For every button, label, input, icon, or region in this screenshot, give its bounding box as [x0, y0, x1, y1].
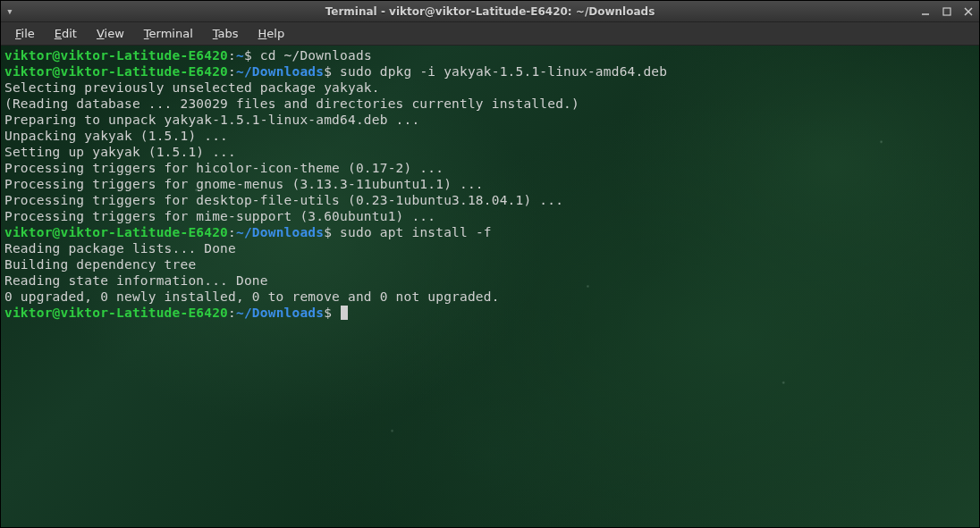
prompt-colon: : [228, 225, 236, 239]
menu-terminal[interactable]: Terminal [135, 24, 202, 43]
command-text [332, 306, 340, 320]
prompt-colon: : [228, 48, 236, 63]
terminal-output: Processing triggers for mime-support (3.… [4, 208, 976, 224]
terminal-output: Setting up yakyak (1.5.1) ... [4, 144, 976, 160]
prompt-user-host: viktor@viktor-Latitude-E6420 [4, 225, 228, 239]
terminal-output: Processing triggers for desktop-file-uti… [4, 192, 976, 208]
prompt-path: ~/Downloads [236, 306, 324, 320]
prompt-user-host: viktor@viktor-Latitude-E6420 [4, 64, 228, 79]
prompt-path: ~ [236, 48, 244, 63]
window-controls [918, 1, 976, 21]
terminal-output: Preparing to unpack yakyak-1.5.1-linux-a… [4, 112, 976, 128]
terminal-output: Reading state information... Done [4, 272, 976, 289]
prompt-colon: : [228, 64, 236, 79]
window-menu-icon[interactable]: ▾ [6, 1, 13, 21]
terminal-output: Processing triggers for gnome-menus (3.1… [4, 176, 976, 192]
minimize-button[interactable] [918, 4, 933, 19]
prompt-path: ~/Downloads [236, 225, 324, 239]
command-text: sudo apt install -f [332, 225, 492, 239]
svg-rect-1 [943, 8, 950, 15]
terminal-output: Building dependency tree [4, 256, 976, 272]
menu-edit[interactable]: Edit [46, 24, 86, 43]
terminal-area[interactable]: viktor@viktor-Latitude-E6420:~$ cd ~/Dow… [1, 46, 979, 527]
terminal-output: Processing triggers for hicolor-icon-the… [4, 160, 976, 176]
terminal-line: viktor@viktor-Latitude-E6420:~/Downloads… [4, 305, 976, 321]
prompt-path: ~/Downloads [236, 64, 324, 79]
command-text: sudo dpkg -i yakyak-1.5.1-linux-amd64.de… [332, 64, 667, 79]
prompt-user-host: viktor@viktor-Latitude-E6420 [4, 48, 228, 63]
command-text: cd ~/Downloads [252, 48, 372, 63]
window-title: Terminal - viktor@viktor-Latitude-E6420:… [325, 5, 655, 18]
terminal-line: viktor@viktor-Latitude-E6420:~$ cd ~/Dow… [4, 47, 976, 63]
terminal-line: viktor@viktor-Latitude-E6420:~/Downloads… [4, 224, 976, 240]
prompt-dollar: $ [324, 306, 332, 320]
menu-help[interactable]: Help [249, 24, 294, 43]
titlebar[interactable]: ▾ Terminal - viktor@viktor-Latitude-E642… [1, 1, 979, 22]
terminal-output: (Reading database ... 230029 files and d… [4, 96, 976, 112]
terminal-line: viktor@viktor-Latitude-E6420:~/Downloads… [4, 63, 976, 80]
terminal-output: Reading package lists... Done [4, 240, 976, 256]
cursor [341, 306, 348, 320]
terminal-output: Selecting previously unselected package … [4, 80, 976, 96]
menubar: File Edit View Terminal Tabs Help [1, 22, 979, 46]
menu-tabs[interactable]: Tabs [204, 24, 248, 43]
menu-view[interactable]: View [88, 24, 133, 43]
menu-file[interactable]: File [6, 24, 44, 43]
maximize-button[interactable] [940, 4, 954, 19]
terminal-window: ▾ Terminal - viktor@viktor-Latitude-E642… [0, 0, 980, 528]
prompt-dollar: $ [244, 48, 252, 63]
terminal-output: Unpacking yakyak (1.5.1) ... [4, 128, 976, 144]
prompt-dollar: $ [324, 64, 332, 79]
terminal-output: 0 upgraded, 0 newly installed, 0 to remo… [4, 289, 976, 305]
prompt-colon: : [228, 306, 236, 320]
terminal-content[interactable]: viktor@viktor-Latitude-E6420:~$ cd ~/Dow… [1, 46, 979, 323]
prompt-dollar: $ [324, 225, 332, 239]
close-button[interactable] [961, 4, 976, 19]
prompt-user-host: viktor@viktor-Latitude-E6420 [4, 306, 228, 320]
